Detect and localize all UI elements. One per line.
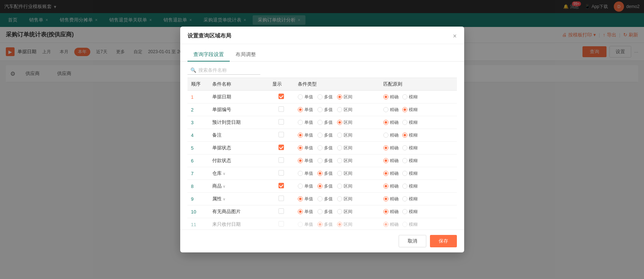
radio-btn[interactable] xyxy=(317,94,323,99)
radio-btn[interactable] xyxy=(337,107,342,112)
radio-match-item[interactable]: 模糊 xyxy=(402,145,418,151)
radio-btn[interactable] xyxy=(383,222,388,227)
radio-btn[interactable] xyxy=(337,209,342,214)
radio-type-item[interactable]: 单值 xyxy=(298,145,313,151)
radio-btn[interactable] xyxy=(317,133,323,138)
radio-type-item[interactable]: 区间 xyxy=(337,145,352,151)
cell-display[interactable] xyxy=(269,103,294,116)
radio-type-item[interactable]: 多值 xyxy=(317,145,333,151)
radio-btn[interactable] xyxy=(383,158,388,163)
radio-btn[interactable] xyxy=(298,133,303,138)
radio-match-item[interactable]: 模糊 xyxy=(402,132,418,138)
radio-btn[interactable] xyxy=(317,120,323,125)
radio-btn[interactable] xyxy=(383,184,388,189)
cell-display[interactable] xyxy=(269,218,294,230)
radio-btn[interactable] xyxy=(317,145,323,150)
radio-btn[interactable] xyxy=(298,158,303,163)
radio-match-item[interactable]: 模糊 xyxy=(402,183,418,189)
radio-match-item[interactable]: 精确 xyxy=(383,145,399,151)
radio-type-item[interactable]: 单值 xyxy=(298,132,313,138)
radio-match-item[interactable]: 模糊 xyxy=(402,196,418,202)
display-checkbox[interactable] xyxy=(278,196,284,201)
radio-btn[interactable] xyxy=(298,120,303,125)
cell-display[interactable] xyxy=(269,205,294,218)
radio-btn[interactable] xyxy=(383,196,388,201)
cell-display[interactable] xyxy=(269,129,294,142)
radio-btn[interactable] xyxy=(337,184,342,189)
radio-btn[interactable] xyxy=(298,145,303,150)
radio-type-item[interactable]: 多值 xyxy=(317,221,333,228)
radio-btn[interactable] xyxy=(298,184,303,189)
radio-btn[interactable] xyxy=(383,107,388,112)
display-checkbox[interactable] xyxy=(278,157,284,163)
radio-type-item[interactable]: 单值 xyxy=(298,158,313,164)
cell-display[interactable] xyxy=(269,167,294,180)
radio-type-item[interactable]: 区间 xyxy=(337,132,352,138)
radio-match-item[interactable]: 模糊 xyxy=(402,119,418,126)
radio-btn[interactable] xyxy=(402,171,407,176)
radio-btn[interactable] xyxy=(402,107,407,112)
radio-type-item[interactable]: 区间 xyxy=(337,183,352,189)
radio-btn[interactable] xyxy=(337,145,342,150)
radio-btn[interactable] xyxy=(383,145,388,150)
radio-match-item[interactable]: 精确 xyxy=(383,94,399,100)
radio-btn[interactable] xyxy=(402,158,407,163)
display-checkbox[interactable] xyxy=(278,145,284,150)
radio-type-item[interactable]: 多值 xyxy=(317,107,333,113)
radio-type-item[interactable]: 多值 xyxy=(317,132,333,138)
tab-layout-adjust[interactable]: 布局调整 xyxy=(230,48,262,62)
radio-btn[interactable] xyxy=(402,184,407,189)
radio-btn[interactable] xyxy=(402,94,407,99)
radio-type-item[interactable]: 单值 xyxy=(298,119,313,126)
radio-type-item[interactable]: 区间 xyxy=(337,94,352,100)
cell-display[interactable] xyxy=(269,116,294,129)
radio-type-item[interactable]: 单值 xyxy=(298,196,313,202)
radio-btn[interactable] xyxy=(298,107,303,112)
display-checkbox[interactable] xyxy=(278,119,284,125)
radio-match-item[interactable]: 模糊 xyxy=(402,107,418,113)
display-checkbox[interactable] xyxy=(278,132,284,137)
radio-btn[interactable] xyxy=(317,171,323,176)
radio-btn[interactable] xyxy=(337,94,342,99)
radio-btn[interactable] xyxy=(383,133,388,138)
radio-type-item[interactable]: 区间 xyxy=(337,107,352,113)
radio-btn[interactable] xyxy=(298,171,303,176)
radio-type-item[interactable]: 单值 xyxy=(298,209,313,215)
radio-type-item[interactable]: 区间 xyxy=(337,221,352,228)
radio-btn[interactable] xyxy=(337,171,342,176)
cell-display[interactable] xyxy=(269,91,294,103)
radio-btn[interactable] xyxy=(337,222,342,227)
radio-btn[interactable] xyxy=(317,196,323,201)
radio-match-item[interactable]: 精确 xyxy=(383,170,399,177)
radio-btn[interactable] xyxy=(402,222,407,227)
search-condition-input[interactable] xyxy=(198,67,257,73)
radio-btn[interactable] xyxy=(337,196,342,201)
radio-btn[interactable] xyxy=(383,171,388,176)
dialog-close-button[interactable]: × xyxy=(453,33,457,39)
radio-btn[interactable] xyxy=(298,94,303,99)
radio-match-item[interactable]: 精确 xyxy=(383,221,399,228)
radio-type-item[interactable]: 单值 xyxy=(298,94,313,100)
radio-type-item[interactable]: 多值 xyxy=(317,209,333,215)
radio-btn[interactable] xyxy=(383,209,388,214)
radio-match-item[interactable]: 精确 xyxy=(383,196,399,202)
radio-match-item[interactable]: 精确 xyxy=(383,209,399,215)
display-checkbox[interactable] xyxy=(278,183,284,188)
radio-btn[interactable] xyxy=(317,222,323,227)
save-button[interactable]: 保存 xyxy=(430,235,457,247)
radio-btn[interactable] xyxy=(402,145,407,150)
radio-btn[interactable] xyxy=(402,196,407,201)
radio-btn[interactable] xyxy=(402,120,407,125)
radio-match-item[interactable]: 模糊 xyxy=(402,170,418,177)
radio-type-item[interactable]: 单值 xyxy=(298,221,313,228)
radio-type-item[interactable]: 多值 xyxy=(317,183,333,189)
radio-match-item[interactable]: 模糊 xyxy=(402,221,418,228)
radio-match-item[interactable]: 精确 xyxy=(383,183,399,189)
radio-type-item[interactable]: 单值 xyxy=(298,183,313,189)
radio-match-item[interactable]: 模糊 xyxy=(402,209,418,215)
cell-display[interactable] xyxy=(269,154,294,167)
radio-type-item[interactable]: 多值 xyxy=(317,94,333,100)
radio-type-item[interactable]: 多值 xyxy=(317,119,333,126)
radio-type-item[interactable]: 区间 xyxy=(337,196,352,202)
radio-match-item[interactable]: 精确 xyxy=(383,158,399,164)
